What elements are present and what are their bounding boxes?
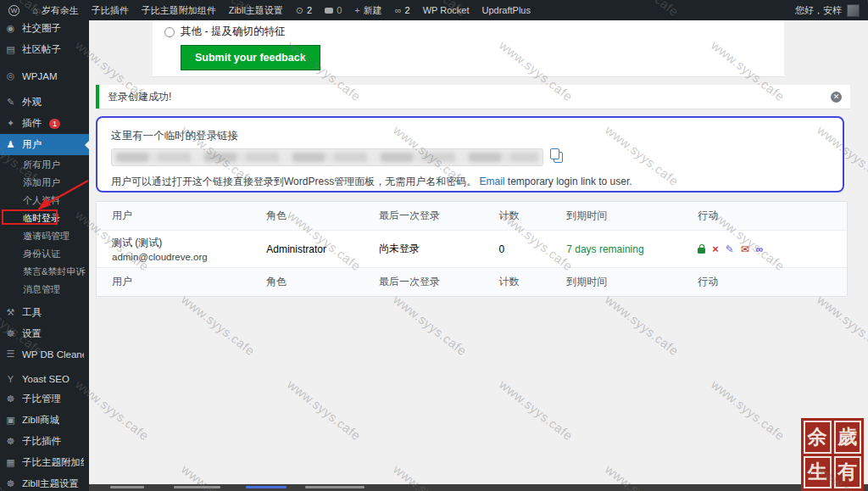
temporary-logins-table-card: 用户 角色 最后一次登录 计数 到期时间 行动 测试 (测试) admin@cl…: [96, 201, 848, 297]
email-link[interactable]: Email: [479, 176, 504, 187]
edit-pencil-icon[interactable]: ✎: [726, 244, 734, 254]
table-footer-row: 用户 角色 最后一次登录 计数 到期时间 行动: [97, 268, 847, 297]
strip-fragment: [305, 486, 364, 488]
sidebar-item-label: Yoast SEO: [22, 374, 70, 384]
sidebar-item-zibi-plugin[interactable]: ☸子比插件: [0, 431, 89, 452]
sidebar-item-wpjam[interactable]: ◎WPJAM: [0, 66, 89, 86]
adminbar-comments[interactable]: 0: [325, 5, 342, 15]
adminbar-new[interactable]: +新建: [354, 4, 381, 17]
sidebar-item-zibll-shop[interactable]: ▣Zibll商城: [0, 410, 89, 431]
user-email[interactable]: admin@cloudreve.org: [112, 252, 251, 262]
col-user: 用户: [97, 202, 258, 231]
submenu-add-user[interactable]: 添加用户: [0, 174, 89, 192]
wp-logo-menu[interactable]: W: [8, 5, 19, 16]
seal-char: 歲: [834, 421, 862, 454]
sidebar-item-users[interactable]: ♟用户: [0, 134, 89, 155]
submenu-temporary-login[interactable]: 临时登录: [0, 209, 89, 227]
adminbar-account[interactable]: 您好，安梓: [795, 4, 842, 17]
sidebar-item-settings[interactable]: ☸设置: [0, 323, 89, 344]
sidebar-item-community-posts[interactable]: ▤社区帖子: [0, 39, 89, 60]
col-role: 角色: [258, 268, 370, 297]
sidebar-item-label: 外观: [22, 96, 42, 109]
link-icon: ∞: [395, 5, 402, 15]
database-icon: ☰: [5, 349, 16, 360]
col-last-login: 最后一次登录: [370, 202, 491, 231]
sidebar-item-plugins[interactable]: ✦插件1: [0, 113, 89, 134]
temporary-login-link-panel: 这里有一个临时的登录链接 用户可以通过打开这个链接直接登录到WordPress管…: [96, 116, 844, 192]
sidebar-item-label: 用户: [22, 138, 42, 151]
submenu-profile[interactable]: 个人资料: [0, 192, 89, 209]
adminbar-links[interactable]: ∞2: [395, 5, 410, 15]
notice-message: 登录创建成功!: [108, 90, 171, 104]
submenu-messages[interactable]: 消息管理: [0, 281, 89, 299]
admin-bar: W ⌂岁有余生 子比插件 子比主题附加组件 Zibll主题设置 ⊙2 0 +新建…: [0, 0, 868, 20]
submit-feedback-button[interactable]: Submit your feedback: [181, 45, 320, 70]
sidebar-item-wp-db-cleaner[interactable]: ☰WP DB Cleaner: [0, 344, 89, 364]
site-name-menu[interactable]: ⌂岁有余生: [32, 4, 79, 17]
user-expires: 7 days remaining: [558, 231, 689, 268]
submenu-all-users[interactable]: 所有用户: [0, 156, 89, 174]
gear-icon: ☸: [5, 436, 16, 447]
wpjam-icon: ◎: [5, 70, 16, 81]
adminbar-zibll-settings[interactable]: Zibll主题设置: [229, 4, 283, 17]
adminbar-views[interactable]: ⊙2: [296, 5, 312, 16]
table-row: 测试 (测试) admin@cloudreve.org Administrato…: [97, 231, 847, 268]
home-icon: ⌂: [32, 5, 38, 15]
row-actions: × ✎ ✉ ∞: [698, 243, 840, 254]
sidebar-item-label: WP DB Cleaner: [22, 349, 84, 360]
col-count: 计数: [491, 202, 559, 231]
sidebar-item-zibi-admin[interactable]: ☸子比管理: [0, 388, 89, 410]
sidebar-item-yoast-seo[interactable]: YYoast SEO: [0, 370, 89, 388]
bottom-clipped-strip: [89, 484, 868, 491]
comment-icon: [325, 8, 333, 14]
adminbar-zibi-addon[interactable]: 子比主题附加组件: [142, 4, 216, 17]
main-content: 其他 - 提及确切的特征 Submit your feedback 登录创建成功…: [89, 20, 868, 491]
radio-other-option[interactable]: [164, 27, 175, 37]
gear-icon: ☸: [5, 328, 16, 339]
seal-char: 有: [834, 456, 862, 489]
sidebar-item-circle[interactable]: ◉社交圈子: [0, 18, 89, 39]
admin-sidebar: ◉社交圈子 ▤社区帖子 ◎WPJAM ✎外观 ✦插件1 ♟用户 所有用户 添加用…: [0, 20, 89, 491]
sidebar-item-label: 工具: [22, 306, 42, 319]
strip-link-fragment: [246, 486, 287, 488]
temporary-login-link-field[interactable]: [111, 148, 543, 166]
adminbar-updraftplus[interactable]: UpdraftPlus: [482, 5, 531, 15]
temporary-logins-table: 用户 角色 最后一次登录 计数 到期时间 行动 测试 (测试) admin@cl…: [97, 202, 847, 296]
wordpress-logo-icon: W: [8, 5, 19, 16]
sidebar-item-appearance[interactable]: ✎外观: [0, 92, 89, 113]
avatar[interactable]: [847, 4, 860, 17]
copy-link-icon[interactable]: [554, 152, 563, 163]
email-envelope-icon[interactable]: ✉: [741, 244, 749, 254]
comments-count: 0: [337, 5, 342, 15]
strip-fragment: [110, 486, 144, 488]
sidebar-item-zibll-theme-settings[interactable]: ☸Zibll主题设置: [0, 473, 89, 491]
copy-login-link-icon[interactable]: ∞: [756, 244, 764, 254]
gear-icon: ☸: [5, 393, 16, 405]
dismiss-notice-icon[interactable]: ✕: [831, 92, 842, 103]
adminbar-wp-rocket[interactable]: WP Rocket: [423, 5, 470, 15]
addon-icon: ▦: [5, 457, 16, 468]
seal-char: 余: [804, 421, 832, 454]
sidebar-item-label: 子比管理: [22, 393, 61, 405]
cart-icon: ▣: [5, 415, 16, 426]
sidebar-item-label: 设置: [22, 327, 42, 340]
disable-login-lock-icon[interactable]: [698, 248, 705, 254]
col-last-login: 最后一次登录: [370, 268, 491, 297]
sidebar-item-label: Zibll主题设置: [22, 477, 79, 490]
submenu-identity-verify[interactable]: 身份认证: [0, 245, 89, 263]
col-role: 角色: [258, 202, 370, 231]
posts-icon: ▤: [5, 44, 16, 55]
seal-char: 生: [804, 456, 832, 489]
link-panel-heading: 这里有一个临时的登录链接: [111, 129, 829, 143]
col-expires: 到期时间: [558, 202, 689, 231]
sidebar-item-zibi-addon[interactable]: ▦子比主题附加组件: [0, 452, 89, 473]
delete-x-icon[interactable]: ×: [712, 243, 719, 254]
submenu-invite-codes[interactable]: 邀请码管理: [0, 227, 89, 245]
submenu-ban-appeal[interactable]: 禁言&禁封申诉: [0, 263, 89, 281]
user-display-name: 测试 (测试): [112, 236, 251, 250]
adminbar-zibi-plugin[interactable]: 子比插件: [92, 4, 129, 17]
views-count: 2: [307, 5, 312, 15]
sidebar-item-label: 插件: [22, 117, 42, 130]
sidebar-item-tools[interactable]: ⚒工具: [0, 302, 89, 323]
eye-icon: ⊙: [296, 5, 303, 16]
